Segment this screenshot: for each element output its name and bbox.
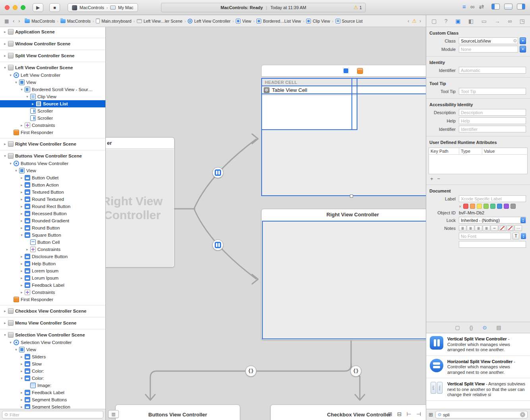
breadcrumb-item-maccontrols[interactable]: MacControls [60, 19, 91, 23]
font-stepper[interactable]: ▲▼ [521, 233, 526, 239]
close-window-button[interactable] [5, 5, 10, 10]
breadcrumb-item-maccontrols[interactable]: MacControls [25, 19, 55, 23]
object-library-tab[interactable]: ⊙ [482, 325, 487, 330]
disclosure-triangle[interactable]: ▾ [14, 169, 19, 173]
outline-row-split-view-controller-scene[interactable]: ▸Split View Controller Scene [0, 52, 105, 60]
module-dropdown-button[interactable]: ▼ [520, 46, 526, 52]
library-filter-input[interactable] [443, 412, 518, 417]
outline-row-round-rect-button[interactable]: ▸Round Rect Button [0, 203, 105, 210]
outline-row-square-button[interactable]: ▾Square Button [0, 231, 105, 239]
zoom-window-button[interactable] [21, 5, 25, 10]
issue-warning-icon[interactable]: ⚠ [412, 18, 417, 23]
window-content[interactable]: Right View Controller [106, 149, 174, 266]
outline-row-source-list[interactable]: ▸Source List [0, 100, 105, 107]
add-attribute-button[interactable]: + [430, 176, 433, 182]
breadcrumb-item-source-list[interactable]: Source List [336, 19, 363, 23]
right-view-controller-window[interactable]: Right View Controller [261, 209, 426, 340]
outline-row-right-view-controller-scene[interactable]: ▸Right View Controller Scene [0, 140, 105, 148]
notes-input[interactable] [459, 241, 526, 248]
relationship-segue-badge[interactable]: {} [245, 366, 256, 377]
outline-row-recessed-button[interactable]: ▸Recessed Button [0, 210, 105, 217]
disclosure-triangle[interactable]: ▸ [2, 309, 8, 313]
split-view-controller-window[interactable]: er Right View Controller [106, 137, 175, 267]
color-chip-1[interactable] [470, 204, 475, 209]
tool-tip-input[interactable] [459, 88, 526, 95]
disclosure-triangle[interactable]: ▸ [19, 123, 24, 127]
runtime-attributes-body[interactable] [429, 155, 527, 174]
restoration-identifier-input[interactable] [459, 67, 526, 74]
outline-row-view[interactable]: ▾View [0, 346, 105, 353]
disclosure-triangle[interactable]: ▸ [19, 190, 24, 194]
jump-to-class-icon[interactable]: ⊙ [513, 38, 517, 43]
quick-help-inspector-tab[interactable]: ? [445, 18, 448, 24]
outline-row-left-view-controller[interactable]: ▾Left View Controller [0, 72, 105, 79]
outline-row-button-action[interactable]: ▸Button Action [0, 181, 105, 189]
disclosure-triangle[interactable]: ▸ [19, 362, 24, 366]
disclosure-triangle[interactable]: ▸ [19, 276, 24, 280]
runtime-attributes-table[interactable]: Key Path Type Value [429, 148, 528, 174]
outline-row-textured-button[interactable]: ▸Textured Button [0, 189, 105, 196]
media-library-tab[interactable]: ▤ [496, 325, 501, 330]
outline-row-feedback-label[interactable]: ▸Feedback Label [0, 282, 105, 289]
outline-row-window-controller-scene[interactable]: ▸Window Controller Scene [0, 40, 105, 48]
outline-row-feedback-label[interactable]: ▸Feedback Label [0, 389, 105, 396]
disclosure-triangle[interactable]: ▸ [19, 183, 24, 187]
assistant-editor-button[interactable]: ∞ [470, 4, 475, 10]
color-chip-6[interactable] [504, 204, 509, 209]
identity-inspector-tab[interactable]: ▣ [455, 18, 460, 24]
disclosure-triangle[interactable]: ▾ [19, 233, 24, 237]
set-font-button[interactable]: T [513, 233, 519, 239]
disclosure-triangle[interactable]: ▸ [2, 42, 8, 46]
outline-row-segment-selection[interactable]: ▸Segment Selection [0, 403, 105, 409]
file-inspector-tab[interactable]: ▢ [431, 18, 437, 24]
breadcrumb-item-bordered-list-view[interactable]: Bordered…List View [256, 19, 301, 23]
document-outline-toggle-button[interactable]: ▥ [108, 410, 119, 418]
outline-row-lorum-ipsum[interactable]: ▸Lorum Ipsum [0, 274, 105, 282]
vertical-split-segue-badge[interactable] [212, 239, 223, 251]
disclosure-triangle[interactable]: ▾ [8, 161, 13, 165]
disclosure-triangle[interactable]: ▸ [30, 102, 35, 106]
toggle-navigator-button[interactable] [491, 4, 500, 10]
library-item-vertical-split-view-controller[interactable]: Vertical Split View Controller - Control… [426, 333, 530, 356]
disclosure-triangle[interactable]: ▸ [19, 176, 24, 180]
scheme-selector[interactable]: MacControls › My Mac [68, 3, 138, 12]
outline-row-round-button[interactable]: ▸Round Button [0, 224, 105, 231]
breadcrumb-item-main-storyboard[interactable]: Main.storyboard [96, 18, 131, 23]
breadcrumb-item-left-view-ler-scene[interactable]: Left View…ler Scene [137, 19, 182, 23]
pin-button[interactable]: ⊢ [407, 410, 412, 418]
foreground-color-button[interactable] [499, 225, 506, 231]
outline-row-scroller[interactable]: Scroller [0, 115, 105, 122]
outline-row-button-outlet[interactable]: ▸Button Outlet [0, 174, 105, 181]
align-justify-button[interactable]: ≣ [483, 225, 490, 231]
disclosure-triangle[interactable]: ▸ [19, 290, 24, 294]
outline-row-selection-view-controller[interactable]: ▾Selection View Controller [0, 339, 105, 346]
resize-handle[interactable] [350, 194, 353, 198]
disclosure-triangle[interactable]: ▸ [25, 247, 30, 251]
outline-row-segment-buttons[interactable]: ▸Segment Buttons [0, 396, 105, 403]
align-center-button[interactable]: ≣ [467, 225, 474, 231]
align-left-button[interactable]: ≣ [459, 225, 466, 231]
breadcrumb-item-left-view-controller[interactable]: Left View Controller [188, 19, 230, 23]
color-chip-2[interactable] [477, 204, 482, 209]
color-chip-7[interactable] [511, 204, 516, 209]
disclosure-triangle[interactable]: ▸ [19, 204, 24, 208]
source-list-table-view[interactable]: HEADER CELL ⚙ Table View Cell [261, 78, 426, 196]
disclosure-triangle[interactable]: ▾ [8, 73, 13, 77]
dashes-button[interactable]: ┅ [491, 225, 498, 231]
resolve-auto-layout-button[interactable]: ⊣ [416, 410, 421, 418]
back-button[interactable]: ‹ [12, 18, 16, 24]
outline-row-first-responder[interactable]: First Responder [0, 296, 105, 303]
version-editor-button[interactable]: ⇄ [479, 4, 484, 10]
outline-row-round-textured[interactable]: ▸Round Textured [0, 196, 105, 203]
outline-row-lorem-ipsum[interactable]: ▸Lorem Ipsum [0, 267, 105, 274]
color-chip-0[interactable] [463, 204, 468, 209]
first-responder-icon[interactable] [357, 68, 363, 74]
disclosure-triangle[interactable]: ▸ [19, 391, 24, 395]
stop-button[interactable]: ■ [49, 3, 60, 12]
relationship-segue-badge[interactable]: {} [350, 366, 361, 377]
outline-row-first-responder[interactable]: First Responder [0, 129, 105, 136]
bindings-inspector-tab[interactable]: ∞ [508, 18, 512, 24]
disclosure-triangle[interactable]: ▸ [19, 226, 24, 230]
update-frames-button[interactable]: ⊞ [388, 410, 392, 418]
module-input[interactable] [459, 46, 518, 52]
